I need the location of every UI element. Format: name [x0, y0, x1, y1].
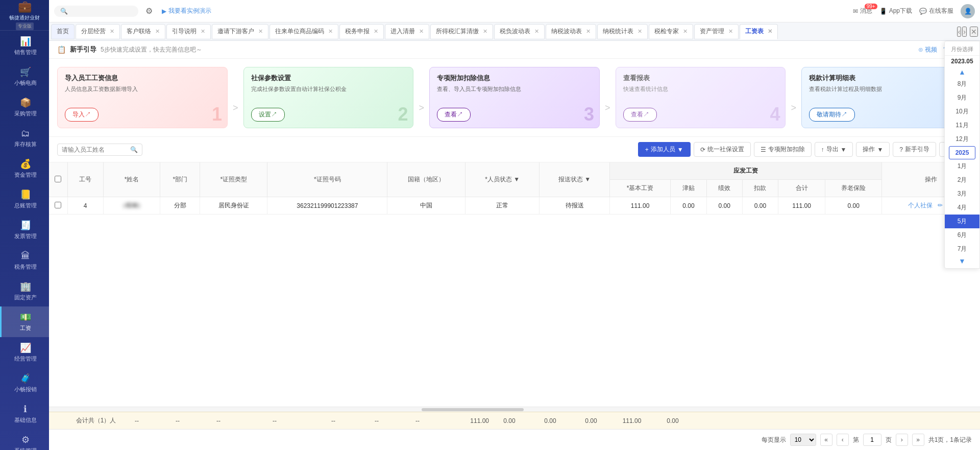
demo-link[interactable]: ▶ 我要看实例演示 [162, 7, 211, 15]
action-social-insurance[interactable]: 个人社保 [908, 202, 933, 209]
tab-close-icon[interactable]: ✕ [155, 28, 160, 35]
sidebar-icon: 🧳 [20, 373, 31, 384]
tab-close-icon[interactable]: ✕ [586, 28, 591, 35]
message-button[interactable]: ✉ 消息 99+ [853, 7, 872, 15]
social-insurance-settings-button[interactable]: ⟳ 统一社保设置 [694, 142, 751, 157]
sidebar-item-小畅电商[interactable]: 🛒小畅电商 [0, 61, 49, 92]
sidebar-item-基础信息[interactable]: ℹ基础信息 [0, 398, 49, 429]
sidebar-item-固定资产[interactable]: 🏢固定资产 [0, 276, 49, 306]
tab-close-icon[interactable]: ✕ [483, 28, 487, 35]
tab-资产管理[interactable]: 资产管理✕ [694, 24, 739, 39]
sidebar-item-工资[interactable]: 💵工资 [0, 306, 49, 337]
tab-税务申报[interactable]: 税务申报✕ [339, 24, 384, 39]
tab-next-button[interactable]: › [962, 27, 967, 37]
employee-search[interactable]: 🔍 [57, 144, 142, 156]
sidebar-item-小畅报销[interactable]: 🧳小畅报销 [0, 368, 49, 398]
export-button[interactable]: ↑ 导出 ▼ [815, 142, 853, 157]
month-next-button[interactable]: ▼ [955, 256, 969, 266]
first-page-button[interactable]: « [820, 434, 832, 446]
tab-close-icon[interactable]: ✕ [638, 28, 642, 35]
step-btn-1[interactable]: 导入↗ [65, 108, 99, 122]
tab-close-icon[interactable]: ✕ [683, 28, 688, 35]
month-item-5月[interactable]: 5月 [945, 215, 979, 228]
action-edit-icon[interactable]: ✏ [938, 202, 943, 209]
month-prev-button[interactable]: ▲ [955, 67, 969, 77]
sidebar-item-资金管理[interactable]: 💰资金管理 [0, 153, 49, 184]
scrollbar-thumb[interactable] [422, 408, 524, 411]
tab-close-icon[interactable]: ✕ [328, 28, 333, 35]
col-basic-salary: *基本工资 [609, 180, 670, 197]
global-search[interactable]: 🔍 [54, 6, 138, 17]
tab-税检专家[interactable]: 税检专家✕ [649, 24, 693, 39]
demo-icon: ▶ [162, 8, 166, 15]
month-item-10月[interactable]: 10月 [945, 105, 979, 119]
month-item-6月[interactable]: 6月 [945, 228, 979, 242]
sidebar-item-采购管理[interactable]: 📦采购管理 [0, 92, 49, 123]
month-item-8月[interactable]: 8月 [945, 77, 979, 91]
tab-close-icon[interactable]: ✕ [728, 28, 733, 35]
tab-纳税波动表[interactable]: 纳税波动表✕ [546, 24, 596, 39]
employee-search-input[interactable] [62, 146, 128, 153]
sidebar-item-系统管理[interactable]: ⚙系统管理 [0, 429, 49, 450]
tab-首页[interactable]: 首页 [51, 24, 75, 39]
sidebar-item-发票管理[interactable]: 🧾发票管理 [0, 215, 49, 245]
month-item-7月[interactable]: 7月 [945, 242, 979, 256]
search-input[interactable] [71, 8, 132, 15]
sidebar-item-总账管理[interactable]: 📒总账管理 [0, 184, 49, 215]
prev-page-button[interactable]: ‹ [837, 434, 849, 446]
tab-prev-button[interactable]: ‹ [957, 27, 962, 37]
month-item-9月[interactable]: 9月 [945, 91, 979, 105]
online-service-button[interactable]: 💬 在线客服 [919, 7, 953, 15]
month-item-2025[interactable]: 2025 [949, 146, 975, 159]
horizontal-scrollbar[interactable] [49, 407, 980, 412]
sidebar-item-税务管理[interactable]: 🏛税务管理 [0, 245, 49, 276]
tab-工资表[interactable]: 工资表✕ [740, 24, 778, 39]
special-deduction-button[interactable]: ☰ 专项附加扣除 [754, 142, 812, 157]
current-page-input[interactable] [863, 434, 881, 446]
step-btn-2[interactable]: 设置↗ [251, 108, 285, 122]
month-item-1月[interactable]: 1月 [945, 159, 979, 173]
step-btn-3[interactable]: 查看↗ [437, 108, 471, 122]
month-item-4月[interactable]: 4月 [945, 201, 979, 215]
add-person-button[interactable]: + 添加人员 ▼ [638, 142, 691, 157]
tab-分层经营[interactable]: 分层经营✕ [76, 24, 120, 39]
step-btn-4[interactable]: 查看↗ [623, 108, 657, 122]
tab-往来单位商品编码[interactable]: 往来单位商品编码✕ [270, 24, 338, 39]
topbar-gear-icon[interactable]: ⚙ [145, 6, 153, 16]
month-item-2月[interactable]: 2月 [945, 173, 979, 187]
sidebar-item-销售管理[interactable]: 📊销售管理 [0, 31, 49, 61]
month-item-3月[interactable]: 3月 [945, 187, 979, 201]
tab-纳税统计表[interactable]: 纳税统计表✕ [597, 24, 648, 39]
app-download-button[interactable]: 📱 App下载 [879, 7, 912, 15]
tab-close-all-button[interactable]: ✕ [970, 27, 978, 37]
page-size-select[interactable]: 10 20 50 100 [790, 434, 816, 446]
step-btn-5[interactable]: 敬请期待↗ [809, 108, 855, 122]
sidebar-item-经营管理[interactable]: 📈经营管理 [0, 337, 49, 368]
tab-label: 进入清册 [390, 27, 415, 36]
tab-引导说明[interactable]: 引导说明✕ [166, 24, 211, 39]
tab-close-icon[interactable]: ✕ [419, 28, 424, 35]
sidebar-label: 税务管理 [14, 263, 37, 271]
month-item-12月[interactable]: 12月 [945, 132, 979, 146]
operate-button[interactable]: 操作 ▼ [856, 142, 890, 157]
guide-video-link[interactable]: ⊙ 视频 [918, 45, 937, 54]
tab-close-icon[interactable]: ✕ [258, 28, 263, 35]
select-all-checkbox[interactable] [55, 176, 61, 182]
next-page-button[interactable]: › [896, 434, 908, 446]
tab-税负波动表[interactable]: 税负波动表✕ [494, 24, 545, 39]
tab-进入清册[interactable]: 进入清册✕ [385, 24, 429, 39]
last-page-button[interactable]: » [912, 434, 924, 446]
tab-客户联络[interactable]: 客户联络✕ [121, 24, 165, 39]
tab-所得税汇算清缴[interactable]: 所得税汇算清缴✕ [430, 24, 493, 39]
tab-close-icon[interactable]: ✕ [534, 28, 539, 35]
tab-邀请下游客户[interactable]: 邀请下游客户✕ [212, 24, 268, 39]
tab-close-icon[interactable]: ✕ [110, 28, 114, 35]
tab-close-icon[interactable]: ✕ [201, 28, 205, 35]
tab-close-icon[interactable]: ✕ [768, 28, 772, 35]
row-checkbox[interactable] [55, 202, 61, 208]
sidebar-item-库存核算[interactable]: 🗂库存核算 [0, 123, 49, 153]
user-avatar[interactable]: 👤 [961, 4, 975, 18]
tab-close-icon[interactable]: ✕ [374, 28, 378, 35]
guide-button[interactable]: ? 新手引导 [893, 142, 936, 157]
month-item-11月[interactable]: 11月 [945, 119, 979, 132]
